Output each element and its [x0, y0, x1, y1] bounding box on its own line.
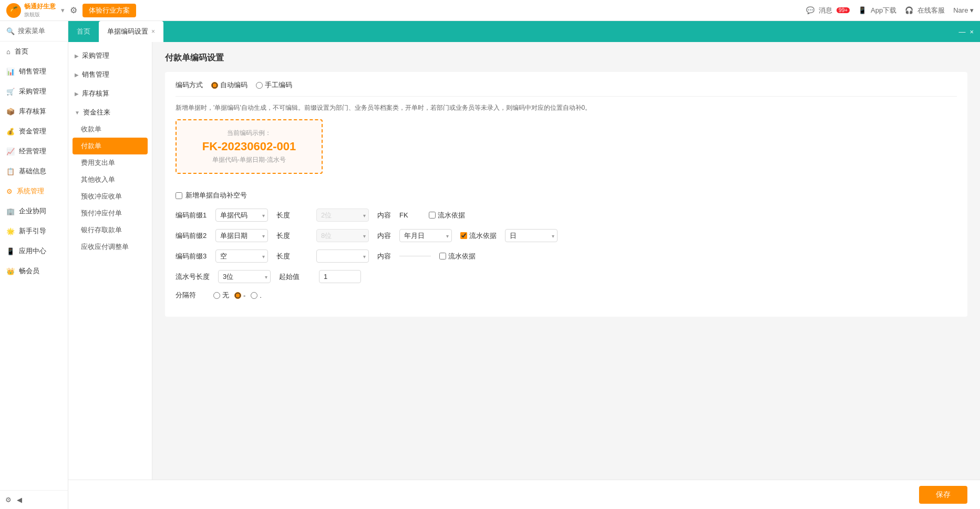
auto-encode-radio[interactable]: [211, 82, 218, 89]
logo-icon: 🍊: [6, 3, 21, 18]
purchase-icon: 🛒: [6, 88, 15, 96]
sep-dot-radio[interactable]: [251, 292, 257, 299]
serial-checkbox-1[interactable]: [429, 212, 436, 219]
user-menu[interactable]: Nare ▾: [953, 6, 974, 14]
manual-encode-option[interactable]: 手工编码: [256, 80, 292, 90]
service-nav[interactable]: 🎧 在线客服: [905, 6, 945, 15]
sep-dash-option[interactable]: -: [234, 292, 245, 299]
top-bar-right: 💬 消息 99+ 📱 App下载 🎧 在线客服 Nare ▾: [806, 6, 974, 15]
dropdown-arrow[interactable]: ▾: [61, 6, 65, 14]
tab-home[interactable]: 首页: [68, 21, 99, 42]
serial-checkbox-2[interactable]: [460, 232, 467, 239]
download-icon: 📱: [858, 6, 866, 14]
sidebar-item-sales[interactable]: 📊 销售管理: [0, 61, 68, 81]
period-select-wrapper: 日: [505, 229, 558, 242]
manual-encode-radio[interactable]: [256, 82, 263, 89]
search-menu[interactable]: 🔍 搜索菜单: [0, 21, 68, 41]
sec-group-sales-title[interactable]: ▶ 销售管理: [68, 66, 152, 83]
maximize-close-icon[interactable]: ×: [969, 28, 974, 36]
separator-row: 分隔符 无 - .: [176, 290, 957, 300]
sec-group-sales: ▶ 销售管理: [68, 66, 152, 83]
serial-length-select[interactable]: 3位: [218, 270, 271, 283]
save-button[interactable]: 保存: [919, 486, 967, 504]
auto-encode-option[interactable]: 自动编码: [211, 80, 247, 90]
tab-encode-settings[interactable]: 单据编码设置 ×: [99, 21, 163, 42]
period-select[interactable]: 日: [505, 229, 558, 242]
prefix-select-2[interactable]: 单据日期: [215, 229, 268, 242]
sec-item-receipt[interactable]: 收款单: [68, 121, 152, 138]
sidebar-item-guide[interactable]: 🌟 新手引导: [0, 221, 68, 241]
settings-card: 编码方式 自动编码 手工编码: [165, 72, 967, 317]
sec-item-prepaid-receivable[interactable]: 预收冲应收单: [68, 188, 152, 205]
brand-name: 畅通好生意 旗舰版: [24, 2, 56, 18]
prefix-label-3: 编码前缀3: [176, 252, 207, 261]
example-code: FK-20230602-001: [185, 140, 313, 153]
sep-none-option[interactable]: 无: [213, 290, 229, 300]
length-label-1: 长度: [276, 211, 308, 220]
content-select-2[interactable]: 年月日: [399, 229, 452, 242]
app-center-icon: 📱: [6, 247, 15, 255]
example-desc: 单据代码-单据日期-流水号: [185, 155, 313, 164]
length-select-wrapper-2: 8位: [316, 229, 369, 242]
sidebar-item-operation[interactable]: 📈 经营管理: [0, 141, 68, 161]
purchase-group-arrow: ▶: [75, 53, 79, 59]
sep-dash-radio[interactable]: [234, 292, 241, 299]
content-value-3: [399, 256, 431, 256]
sidebar-item-finance[interactable]: 💰 资金管理: [0, 121, 68, 141]
sec-group-capital-title[interactable]: ▼ 资金往来: [68, 104, 152, 121]
collapse-icon[interactable]: ◀: [17, 496, 22, 504]
serial-checkbox-3[interactable]: [439, 253, 446, 259]
prefix-row-2: 编码前缀2 单据日期 长度 8位 内容: [176, 229, 957, 242]
message-nav[interactable]: 💬 消息 99+: [806, 6, 850, 15]
content-label-1: 内容: [377, 211, 391, 220]
sec-item-adjustment[interactable]: 应收应付调整单: [68, 238, 152, 255]
tab-close-icon[interactable]: ×: [151, 28, 155, 35]
download-nav[interactable]: 📱 App下载: [858, 6, 896, 15]
start-value-input[interactable]: [319, 270, 361, 283]
length-select-2[interactable]: 8位: [316, 229, 369, 242]
settings-icon[interactable]: ⚙: [70, 5, 77, 15]
length-label-2: 长度: [276, 231, 308, 241]
system-icon: ⚙: [6, 188, 13, 195]
sidebar-item-member[interactable]: 👑 畅会员: [0, 261, 68, 281]
sec-item-other-income[interactable]: 其他收入单: [68, 171, 152, 188]
sidebar-item-system[interactable]: ⚙ 系统管理: [0, 181, 68, 201]
prefix-select-3[interactable]: 空: [215, 250, 268, 263]
settings-bottom-icon[interactable]: ⚙: [5, 496, 12, 504]
prefix-label-1: 编码前缀1: [176, 211, 207, 220]
sidebar-item-home[interactable]: ⌂ 首页: [0, 41, 68, 61]
auto-fill-checkbox[interactable]: [176, 192, 182, 199]
sidebar-item-enterprise[interactable]: 🏢 企业协同: [0, 201, 68, 221]
sec-group-purchase-title[interactable]: ▶ 采购管理: [68, 47, 152, 64]
length-select-3[interactable]: [316, 250, 369, 263]
member-icon: 👑: [6, 267, 15, 275]
prefix-row-3: 编码前缀3 空 长度 内容: [176, 250, 957, 263]
length-select-wrapper-3: [316, 250, 369, 263]
serial-check-3[interactable]: 流水依据: [439, 252, 476, 261]
finance-icon: 💰: [6, 128, 15, 136]
sep-dot-option[interactable]: .: [251, 292, 262, 299]
enterprise-icon: 🏢: [6, 207, 15, 215]
sec-item-prepaid-payable[interactable]: 预付冲应付单: [68, 205, 152, 222]
message-icon: 💬: [806, 6, 814, 14]
sec-group-inventory-title[interactable]: ▶ 库存核算: [68, 85, 152, 102]
sidebar-item-base[interactable]: 📋 基础信息: [0, 161, 68, 181]
message-badge: 99+: [837, 7, 850, 13]
sidebar-item-app[interactable]: 📱 应用中心: [0, 241, 68, 261]
minimize-icon[interactable]: —: [958, 28, 965, 36]
sec-item-bank[interactable]: 银行存取款单: [68, 222, 152, 238]
sec-item-payment[interactable]: 付款单: [73, 138, 148, 154]
prefix-select-1[interactable]: 单据代码: [215, 209, 268, 222]
encode-radio-group: 自动编码 手工编码: [211, 80, 292, 90]
sidebar-item-purchase[interactable]: 🛒 采购管理: [0, 81, 68, 101]
serial-check-1[interactable]: 流水依据: [429, 211, 465, 220]
capital-group-arrow: ▼: [75, 110, 80, 116]
sidebar-item-inventory[interactable]: 📦 库存核算: [0, 101, 68, 121]
experience-button[interactable]: 体验行业方案: [82, 4, 136, 17]
serial-check-2[interactable]: 流水依据: [460, 231, 497, 241]
sidebar-bottom: ⚙ ◀: [0, 490, 68, 509]
example-box: 当前编码示例： FK-20230602-001 单据代码-单据日期-流水号: [176, 119, 323, 174]
sep-none-radio[interactable]: [213, 292, 220, 299]
sec-item-expense[interactable]: 费用支出单: [68, 154, 152, 171]
length-select-1[interactable]: 2位: [316, 209, 369, 222]
